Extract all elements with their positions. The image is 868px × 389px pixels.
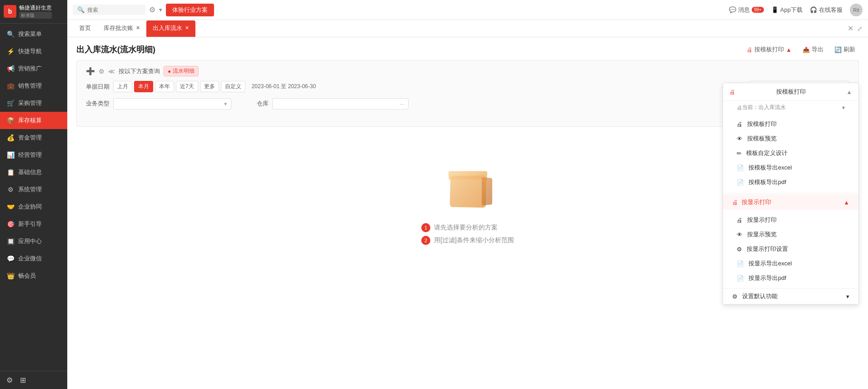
- sidebar-menu: 🔍搜索菜单⚡快捷导航📢营销推广💼销售管理🛒采购管理📦库存核算💰资金管理📊经营管理…: [0, 24, 67, 371]
- tab-close-batch[interactable]: ✕: [136, 25, 140, 31]
- sidebar-label-marketing: 营销推广: [18, 65, 42, 73]
- dropdown-item-template-print[interactable]: 🖨按模板打印: [723, 117, 858, 131]
- user-avatar[interactable]: Rit: [850, 4, 863, 16]
- sidebar-icon-appcenter: 🔲: [6, 238, 15, 245]
- tab-close-flow[interactable]: ✕: [185, 25, 189, 31]
- sidebar-item-finance[interactable]: 💰资金管理: [0, 129, 67, 146]
- tab-batch[interactable]: 库存批次账✕: [97, 20, 146, 37]
- dropdown-item-template-preview[interactable]: 👁按模板预览: [723, 131, 858, 146]
- step-num-1: 1: [421, 223, 430, 232]
- dropdown-item-display-pdf[interactable]: 📄按显示导出pdf: [723, 271, 858, 285]
- empty-steps: 1 请先选择要分析的方案 2 用[过滤]条件来缩小分析范围: [421, 223, 514, 249]
- sidebar-item-system[interactable]: ⚙系统管理: [0, 181, 67, 198]
- business-select[interactable]: ▾: [113, 98, 231, 110]
- dropdown-item-template-customize[interactable]: ✏模板自定义设计: [723, 146, 858, 160]
- business-field: 业务类型 ▾: [86, 98, 231, 110]
- settings-icon[interactable]: ⚙: [6, 376, 13, 384]
- sidebar-icon-wechat: 💬: [6, 255, 15, 262]
- dropdown-item-display-excel[interactable]: 📄按显示导出excel: [723, 256, 858, 271]
- sidebar-label-guide: 新手引导: [18, 220, 42, 228]
- sidebar-item-basic[interactable]: 📋基础信息: [0, 164, 67, 181]
- tab-flow[interactable]: 出入库流水✕: [146, 20, 195, 37]
- default-settings-btn[interactable]: ⚙ 设置默认功能 ▾: [723, 288, 858, 304]
- warehouse-field: 仓库 ···: [257, 98, 409, 110]
- display-section: 🖨按显示打印👁按显示预览⚙按显示打印设置📄按显示导出excel📄按显示导出pdf: [723, 210, 858, 288]
- sidebar-item-appcenter[interactable]: 🔲应用中心: [0, 233, 67, 250]
- dropdown-label-display-preview: 按显示预览: [747, 230, 777, 239]
- tabs-bar: 首页库存批次账✕出入库流水✕✕⤢: [67, 20, 868, 37]
- sidebar-header: b 畅捷通好生意 标准版: [0, 0, 67, 24]
- window-expand-btn[interactable]: ⤢: [857, 25, 863, 32]
- sidebar-item-inventory[interactable]: 📦库存核算: [0, 112, 67, 129]
- sidebar-item-membership[interactable]: 👑畅会员: [0, 267, 67, 284]
- export-btn[interactable]: 📤 导出: [799, 44, 827, 55]
- dropdown-label-display-pdf: 按显示导出pdf: [748, 274, 786, 282]
- step-num-2: 2: [421, 236, 430, 245]
- sidebar-item-operations[interactable]: 📊经营管理: [0, 146, 67, 164]
- window-close-btn[interactable]: ✕: [848, 24, 853, 33]
- print-btn[interactable]: 🖨 按模板打印 ▲: [743, 44, 795, 55]
- chevron-down-icon[interactable]: ▾: [159, 6, 162, 13]
- dropdown-label-template-preview: 按模板预览: [747, 135, 777, 143]
- business-label: 业务类型: [86, 100, 110, 108]
- dropdown-title: 按模板打印: [776, 88, 806, 96]
- sidebar-item-sales[interactable]: 💼销售管理: [0, 77, 67, 95]
- footer-chevron-icon: ▾: [846, 293, 849, 300]
- page-header: 出入库流水(流水明细) 🖨 按模板打印 ▲ 📤 导出 🔄 刷新: [67, 37, 868, 60]
- sidebar-label-sales: 销售管理: [18, 82, 42, 90]
- settings-icon2[interactable]: ⚙: [99, 68, 105, 75]
- tab-home[interactable]: 首页: [73, 20, 97, 37]
- step-label-2: 用[过滤]条件来缩小分析范围: [434, 236, 514, 244]
- sidebar-label-finance: 资金管理: [18, 134, 42, 142]
- page-toolbar: 🖨 按模板打印 ▲ 📤 导出 🔄 刷新: [743, 44, 859, 55]
- dropdown-label-template-excel: 按模板导出excel: [748, 164, 792, 172]
- topbar-search[interactable]: 🔍: [73, 5, 145, 15]
- date-btn-更多[interactable]: 更多: [200, 81, 219, 92]
- sidebar-item-shortcut[interactable]: ⚡快捷导航: [0, 43, 67, 60]
- dropdown-label-template-customize: 模板自定义设计: [746, 149, 788, 157]
- dropdown-chevron-up-icon: ▲: [846, 89, 852, 95]
- search-input[interactable]: [87, 7, 133, 13]
- sidebar-item-marketing[interactable]: 📢营销推广: [0, 60, 67, 77]
- display-section-header[interactable]: 🖨 按显示打印 ▲: [723, 194, 858, 210]
- sidebar-label-cooperation: 企业协同: [18, 203, 42, 211]
- divider: [723, 193, 858, 194]
- dropdown-item-template-pdf[interactable]: 📄按模板导出pdf: [723, 175, 858, 190]
- date-btn-本月[interactable]: 本月: [134, 81, 153, 92]
- message-btn[interactable]: 💬 消息 99+: [729, 6, 764, 14]
- refresh-btn[interactable]: 🔄 刷新: [831, 44, 859, 55]
- export-icon: 📤: [803, 46, 810, 53]
- collapse-icon[interactable]: ⊞: [20, 376, 26, 384]
- sidebar-label-inventory: 库存核算: [18, 116, 42, 125]
- date-btn-上月[interactable]: 上月: [113, 81, 132, 92]
- dropdown-item-template-excel[interactable]: 📄按模板导出excel: [723, 160, 858, 175]
- app-download-btn[interactable]: 📱 App下载: [771, 6, 803, 14]
- industry-btn[interactable]: 体验行业方案: [166, 4, 214, 16]
- date-btn-自定义[interactable]: 自定义: [221, 81, 245, 92]
- brand-info: 畅捷通好生意 标准版: [19, 5, 52, 19]
- collapse-search-icon[interactable]: ≪: [108, 68, 115, 75]
- gear-icon[interactable]: ⚙: [149, 5, 155, 14]
- user-name: Rit: [853, 7, 859, 13]
- sidebar-item-purchase[interactable]: 🛒采购管理: [0, 95, 67, 112]
- dropdown-item-display-settings[interactable]: ⚙按显示打印设置: [723, 242, 858, 256]
- dropdown-icon-template-customize: ✏: [737, 150, 742, 157]
- dropdown-icon-template-excel: 📄: [737, 165, 744, 171]
- dropdown-item-display-print[interactable]: 🖨按显示打印: [723, 213, 858, 227]
- dropdown-item-display-preview[interactable]: 👁按显示预览: [723, 227, 858, 242]
- sidebar-icon-shortcut: ⚡: [6, 48, 15, 55]
- online-service-btn[interactable]: 🎧 在线客服: [810, 6, 843, 14]
- sidebar-item-guide[interactable]: 🎯新手引导: [0, 215, 67, 233]
- sidebar-icon-marketing: 📢: [6, 65, 15, 72]
- add-icon[interactable]: ➕: [86, 67, 95, 75]
- date-btn-近7天[interactable]: 近7天: [176, 81, 198, 92]
- sidebar-item-search[interactable]: 🔍搜索菜单: [0, 25, 67, 43]
- date-btn-本年[interactable]: 本年: [155, 81, 174, 92]
- online-service-label: 在线客服: [819, 6, 843, 14]
- sidebar-item-cooperation[interactable]: 🤝企业协同: [0, 198, 67, 215]
- app-download-label: App下载: [780, 6, 803, 14]
- chevron-up-icon: ▲: [786, 46, 792, 53]
- warehouse-select[interactable]: ···: [272, 98, 409, 110]
- sidebar-item-wechat[interactable]: 💬企业微信: [0, 250, 67, 267]
- sidebar: b 畅捷通好生意 标准版 🔍搜索菜单⚡快捷导航📢营销推广💼销售管理🛒采购管理📦库…: [0, 0, 67, 389]
